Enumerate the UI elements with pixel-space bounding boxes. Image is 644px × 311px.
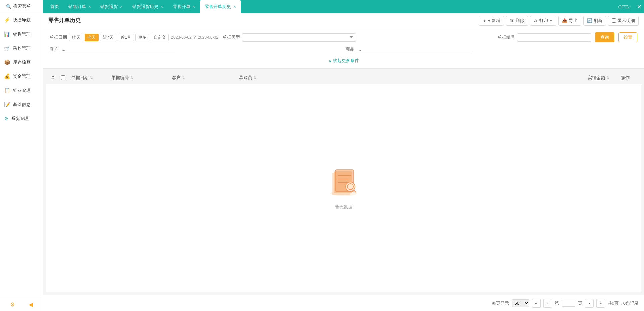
th-action-label: 操作 xyxy=(621,75,630,81)
table-select-all[interactable] xyxy=(58,75,68,80)
close-all-tabs-button[interactable]: ✕ xyxy=(637,4,641,10)
sort-amount-icon: ⇅ xyxy=(606,76,609,80)
date-btn-7days[interactable]: 近7天 xyxy=(100,34,116,41)
table-settings-button[interactable]: ⚙ xyxy=(48,73,58,83)
tab-sales-return[interactable]: 销货退货 ✕ xyxy=(96,0,128,13)
chevron-up-icon: ∧ xyxy=(328,58,332,63)
date-btn-custom[interactable]: 自定义 xyxy=(151,34,169,41)
main-content: 首页 销售订单 ✕ 销货退货 ✕ 销货退货历史 ✕ 零售开单 ✕ 零售开单历史 … xyxy=(43,0,644,311)
sidebar-item-label: 采购管理 xyxy=(13,45,31,51)
date-label: 单据日期 xyxy=(50,34,67,40)
order-type-field: 单据类型 xyxy=(222,33,494,42)
tab-retail-open-history[interactable]: 零售开单历史 ✕ xyxy=(200,0,241,13)
th-number-label: 单据编号 xyxy=(111,75,129,81)
sidebar: 🔍 搜索菜单 ⚡ 快捷导航 📊 销售管理 🛒 采购管理 📦 库存核算 💰 资金管… xyxy=(0,0,43,311)
last-page-button[interactable]: » xyxy=(596,299,605,308)
query-button[interactable]: 查询 xyxy=(595,32,614,42)
sort-number-icon: ⇅ xyxy=(130,76,133,80)
print-button[interactable]: 🖨 打印 ▼ xyxy=(530,16,556,26)
tab-retail-open[interactable]: 零售开单 ✕ xyxy=(168,0,200,13)
toolbar-actions: ＋ + 新增 🗑 删除 🖨 打印 ▼ 📤 导出 🔄 刷新 xyxy=(479,16,639,26)
tab-home-label: 首页 xyxy=(50,4,59,10)
table-header: ⚙ 单据日期 ⇅ 单据编号 ⇅ 客户 ⇅ 导购员 ⇅ 实销金额 xyxy=(46,71,641,84)
search-icon: 🔍 xyxy=(6,4,11,9)
add-button[interactable]: ＋ + 新增 xyxy=(479,16,504,26)
sidebar-item-basic-info[interactable]: 📝 基础信息 xyxy=(0,98,43,112)
select-all-checkbox[interactable] xyxy=(61,75,65,80)
tab-retail-open-label: 零售开单 xyxy=(173,4,190,10)
data-table-container: ⚙ 单据日期 ⇅ 单据编号 ⇅ 客户 ⇅ 导购员 ⇅ 实销金额 xyxy=(46,71,641,292)
tab-sales-order-close[interactable]: ✕ xyxy=(88,5,91,9)
sort-guide-icon: ⇅ xyxy=(253,76,256,80)
order-num-input[interactable] xyxy=(517,33,591,42)
tab-retail-open-close[interactable]: ✕ xyxy=(192,5,195,9)
date-btn-yesterday[interactable]: 昨天 xyxy=(69,34,83,41)
order-type-label: 单据类型 xyxy=(222,34,240,40)
tab-retail-open-history-close[interactable]: ✕ xyxy=(233,5,236,9)
customer-label: 客户 xyxy=(50,46,58,52)
delete-button[interactable]: 🗑 删除 xyxy=(506,16,528,26)
sidebar-item-sales-mgmt[interactable]: 📊 销售管理 xyxy=(0,27,43,41)
customer-input[interactable] xyxy=(60,46,175,53)
th-number[interactable]: 单据编号 ⇅ xyxy=(109,75,169,81)
display-detail-checkbox[interactable]: 显示明细 xyxy=(608,16,639,26)
order-num-field: 单据编号 xyxy=(498,33,591,42)
tab-sales-return-history-close[interactable]: ✕ xyxy=(160,5,163,9)
search-panel: 单据日期 昨天 今天 近7天 近1月 更多 自定义 2023-06-02 至 2… xyxy=(43,28,644,69)
tab-sales-order[interactable]: 销售订单 ✕ xyxy=(64,0,96,13)
tab-retail-open-history-label: 零售开单历史 xyxy=(205,4,231,10)
sort-customer-icon: ⇅ xyxy=(182,76,185,80)
sidebar-search[interactable]: 🔍 搜索菜单 xyxy=(0,0,43,13)
print-icon: 🖨 xyxy=(534,18,538,23)
sidebar-item-label: 资金管理 xyxy=(13,73,31,80)
product-field: 商品 xyxy=(346,46,638,53)
th-amount[interactable]: 实销金额 ⇅ xyxy=(277,75,612,81)
next-page-button[interactable]: › xyxy=(585,299,594,308)
order-type-select[interactable] xyxy=(242,33,356,42)
search-row-1: 单据日期 昨天 今天 近7天 近1月 更多 自定义 2023-06-02 至 2… xyxy=(50,32,637,42)
sidebar-item-label: 系统管理 xyxy=(11,116,29,122)
empty-state-illustration xyxy=(324,166,364,200)
delete-icon: 🗑 xyxy=(510,18,514,23)
sidebar-item-sys-mgmt[interactable]: ⚙ 系统管理 xyxy=(0,112,43,126)
sidebar-item-finance[interactable]: 💰 资金管理 xyxy=(0,69,43,84)
sidebar-item-inventory[interactable]: 📦 库存核算 xyxy=(0,55,43,69)
tab-home[interactable]: 首页 xyxy=(46,0,64,13)
sidebar-collapse-button[interactable]: ◀ xyxy=(29,301,33,308)
sidebar-gear-button[interactable]: ⚙ xyxy=(10,301,15,308)
collapse-conditions-button[interactable]: ∧ 收起更多条件 xyxy=(50,56,637,66)
purchase-mgmt-icon: 🛒 xyxy=(4,45,10,51)
th-action: 操作 xyxy=(612,75,639,81)
print-dropdown-icon: ▼ xyxy=(549,19,553,22)
toolbar: 零售开单历史 ＋ + 新增 🗑 删除 🖨 打印 ▼ 📤 导出 🔄 刷新 xyxy=(43,13,644,28)
sidebar-item-quick-nav[interactable]: ⚡ 快捷导航 xyxy=(0,13,43,27)
setting-button[interactable]: 设置 xyxy=(618,32,637,42)
tab-sales-return-close[interactable]: ✕ xyxy=(120,5,123,9)
order-num-label: 单据编号 xyxy=(498,34,515,40)
date-btn-today[interactable]: 今天 xyxy=(85,34,99,41)
collapse-label: 收起更多条件 xyxy=(333,58,359,64)
sidebar-search-label: 搜索菜单 xyxy=(13,3,31,9)
refresh-button[interactable]: 🔄 刷新 xyxy=(583,16,606,26)
th-customer[interactable]: 客户 ⇅ xyxy=(169,75,236,81)
sidebar-item-purchase-mgmt[interactable]: 🛒 采购管理 xyxy=(0,41,43,55)
product-input[interactable] xyxy=(356,46,470,53)
first-page-button[interactable]: « xyxy=(532,299,541,308)
export-button[interactable]: 📤 导出 xyxy=(558,16,581,26)
date-btn-more[interactable]: 更多 xyxy=(135,34,149,41)
operation-icon: 📋 xyxy=(4,88,10,94)
prev-page-button[interactable]: ‹ xyxy=(543,299,552,308)
th-date[interactable]: 单据日期 ⇅ xyxy=(68,75,109,81)
date-range-text: 2023-06-02 至 2023-06-02 xyxy=(171,35,218,40)
sidebar-item-operation[interactable]: 📋 经营管理 xyxy=(0,84,43,98)
tab-sales-return-history[interactable]: 销货退货历史 ✕ xyxy=(128,0,168,13)
tab-sales-return-label: 销货退货 xyxy=(100,4,118,10)
sidebar-item-label: 基础信息 xyxy=(13,102,31,108)
sales-mgmt-icon: 📊 xyxy=(4,31,10,37)
th-guide[interactable]: 导购员 ⇅ xyxy=(236,75,277,81)
display-detail-input[interactable] xyxy=(612,18,616,23)
sidebar-bottom: ⚙ ◀ xyxy=(0,298,43,311)
page-size-select[interactable]: 50 20 100 xyxy=(512,299,529,307)
page-number-input[interactable]: 1 xyxy=(562,300,575,307)
date-btn-1month[interactable]: 近1月 xyxy=(118,34,134,41)
